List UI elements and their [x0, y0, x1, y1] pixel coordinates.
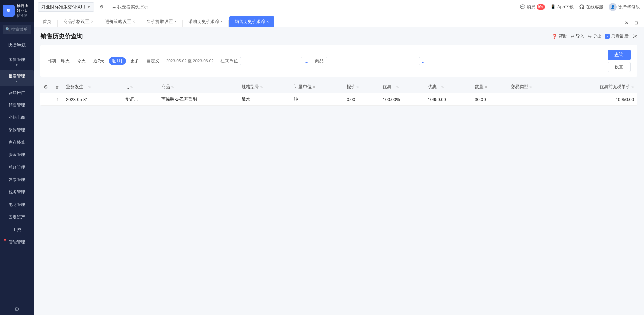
tab-sale-price[interactable]: 售价提取设置 ×: [142, 16, 182, 27]
export-icon: ↪: [588, 34, 592, 39]
sidebar-item-purchase[interactable]: 采购管理: [0, 124, 34, 136]
tab-home[interactable]: 首页: [38, 16, 57, 27]
date-options: 昨天 今天 近7天 近1月 更多 自定义: [58, 57, 163, 65]
date-opt-last7[interactable]: 近7天: [90, 57, 107, 65]
quick-nav-button[interactable]: 快捷导航: [3, 39, 31, 51]
workspace-name: 好业财标准版交付试用: [41, 4, 85, 10]
th-discount-val[interactable]: 优惠... ⇅: [425, 81, 472, 93]
sidebar-settings-button[interactable]: ⚙: [14, 306, 19, 312]
date-opt-more[interactable]: 更多: [127, 57, 142, 65]
tab-close-window-button[interactable]: ✕: [622, 19, 631, 27]
data-table-container: ⚙ # 业务发生... ⇅ ... ⇅: [40, 81, 637, 106]
th-quantity[interactable]: 数量 ⇅: [471, 81, 507, 93]
th-product[interactable]: 商品 ⇅: [158, 81, 238, 93]
th-business-date[interactable]: 业务发生... ⇅: [63, 81, 122, 93]
date-opt-yesterday[interactable]: 昨天: [58, 57, 73, 65]
topbar-settings-button[interactable]: ⚙: [97, 2, 106, 12]
product-more-button[interactable]: ...: [422, 59, 426, 64]
tab-product-price-close-icon[interactable]: ×: [91, 19, 93, 24]
sort-icon-discount-val: ⇅: [441, 85, 444, 89]
source-unit-more-button[interactable]: ...: [305, 59, 308, 64]
help-button[interactable]: ❓ 帮助: [552, 33, 567, 39]
sort-icon-quantity: ⇅: [485, 85, 487, 89]
filter-action-buttons: 查询 设置: [608, 50, 631, 72]
sidebar-item-wholesale[interactable]: 批发管理 ▲: [0, 70, 34, 86]
date-opt-last1month[interactable]: 近1月: [109, 57, 126, 65]
invoice-label: 发票管理: [9, 177, 25, 183]
sidebar-search-section: 🔍 搜索菜单: [0, 22, 34, 37]
source-unit-label: 往来单位: [220, 58, 238, 64]
tab-product-price[interactable]: 商品价格设置 ×: [58, 16, 98, 27]
cell-settings: [40, 93, 52, 106]
cell-more-cols: 华谊...: [122, 93, 158, 106]
cell-unit: 吨: [291, 93, 343, 106]
import-button[interactable]: ↩ 导入: [571, 33, 584, 39]
user-avatar: 👤: [609, 3, 617, 11]
th-transaction-type[interactable]: 交易类型 ⇅: [507, 81, 560, 93]
tab-purchase-strategy-close-icon[interactable]: ×: [133, 19, 135, 24]
th-spec[interactable]: 规格型号 ⇅: [238, 81, 291, 93]
tab-maximize-button[interactable]: ⊡: [632, 19, 640, 27]
date-opt-custom[interactable]: 自定义: [143, 57, 163, 65]
sidebar-item-ecommerce[interactable]: 电商管理: [0, 199, 34, 211]
th-price[interactable]: 报价 ⇅: [343, 81, 379, 93]
app-download-button[interactable]: 📱 App下载: [550, 4, 574, 10]
sidebar-item-fixed-assets[interactable]: 固定资产: [0, 211, 34, 223]
th-unit[interactable]: 计量单位 ⇅: [291, 81, 343, 93]
sidebar-item-retail[interactable]: 零售管理 ▼: [0, 54, 34, 70]
product-input[interactable]: [326, 57, 420, 65]
sidebar-item-tax[interactable]: 税务管理: [0, 186, 34, 199]
main-area: 好业财标准版交付试用 ▼ ⚙ ☁ 我要看实例演示 💬 消息 99+ 📱 App下…: [34, 0, 644, 315]
workspace-selector[interactable]: 好业财标准版交付试用 ▼: [38, 2, 94, 12]
date-range-display: 2023-05-02 至 2023-06-02: [166, 58, 213, 64]
inventory-label: 库存核算: [9, 140, 25, 145]
query-button[interactable]: 查询: [608, 50, 631, 60]
wholesale-label: 批发管理: [9, 73, 25, 79]
tab-bar: 首页 商品价格设置 × 进价策略设置 × 售价提取设置 × 采购历史价跟踪 × …: [34, 14, 644, 27]
sidebar-item-marketing[interactable]: 营销推广: [0, 86, 34, 99]
only-last-checkbox[interactable]: ✓ 只看最后一次: [605, 33, 637, 39]
sidebar-menu: 零售管理 ▼ 批发管理 ▲ 营销推广 销售管理 小畅电商 采购管理 库存核算 资…: [0, 54, 34, 303]
search-menu-button[interactable]: 🔍 搜索菜单: [3, 25, 31, 34]
table-row: 1 2023-05-31 华谊... 丙烯酸-2-乙基己酯 散水 吨 0.00 …: [40, 93, 637, 106]
table-settings-icon[interactable]: ⚙: [44, 84, 48, 90]
filter-settings-button[interactable]: 设置: [608, 62, 631, 72]
sidebar-item-general-ledger[interactable]: 总账管理: [0, 161, 34, 174]
online-service-button[interactable]: 🎧 在线客服: [579, 4, 603, 10]
th-discount-pct[interactable]: 优惠... ⇅: [379, 81, 424, 93]
user-menu-button[interactable]: 👤 徐泽华修改: [609, 3, 640, 11]
demo-link[interactable]: ☁ 我要看实例演示: [112, 4, 148, 10]
sidebar-item-ecommerce-small[interactable]: 小畅电商: [0, 111, 34, 124]
tab-sale-price-close-icon[interactable]: ×: [174, 19, 177, 24]
sort-icon-spec: ⇅: [260, 85, 263, 89]
sidebar-item-invoice[interactable]: 发票管理: [0, 174, 34, 186]
product-filter: 商品 ...: [315, 57, 426, 65]
tab-purchase-strategy[interactable]: 进价策略设置 ×: [100, 16, 140, 27]
sidebar-item-sales[interactable]: 销售管理: [0, 99, 34, 111]
cell-discount-pct: 100.00%: [379, 93, 424, 106]
tab-sales-history-close-icon[interactable]: ×: [266, 19, 269, 24]
th-pre-tax-price[interactable]: 优惠前无税单价 ⇅: [560, 81, 637, 93]
tab-purchase-history[interactable]: 采购历史价跟踪 ×: [183, 16, 228, 27]
th-discount-pct-label: 优惠...: [383, 84, 395, 90]
tab-purchase-history-close-icon[interactable]: ×: [220, 19, 223, 24]
source-unit-input[interactable]: [240, 57, 302, 65]
export-button[interactable]: ↪ 导出: [588, 33, 602, 39]
tab-sales-history[interactable]: 销售历史价跟踪 ×: [229, 16, 274, 27]
date-opt-today[interactable]: 今天: [74, 57, 89, 65]
sidebar-item-finance[interactable]: 资金管理: [0, 149, 34, 161]
tax-label: 税务管理: [9, 189, 25, 195]
sidebar: 财 畅捷通好业财 标准版 🔍 搜索菜单 快捷导航 零售管理 ▼ 批发管理 ▲ 营…: [0, 0, 34, 315]
sidebar-item-smart[interactable]: 智能管理: [0, 236, 34, 248]
date-filter-label: 日期: [47, 58, 56, 64]
th-more-cols[interactable]: ... ⇅: [122, 81, 158, 93]
sidebar-item-payroll[interactable]: 工资: [0, 223, 34, 236]
only-last-label: 只看最后一次: [611, 33, 637, 39]
tab-sale-price-label: 售价提取设置: [147, 19, 173, 25]
sidebar-item-inventory[interactable]: 库存核算: [0, 136, 34, 149]
table-body: 1 2023-05-31 华谊... 丙烯酸-2-乙基己酯 散水 吨 0.00 …: [40, 93, 637, 106]
tab-home-label: 首页: [43, 19, 51, 25]
tabs-actions: ✕ ⊡: [622, 19, 640, 27]
page-actions: ❓ 帮助 ↩ 导入 ↪ 导出 ✓ 只看最后一次: [552, 33, 637, 39]
message-button[interactable]: 💬 消息 99+: [520, 4, 545, 10]
